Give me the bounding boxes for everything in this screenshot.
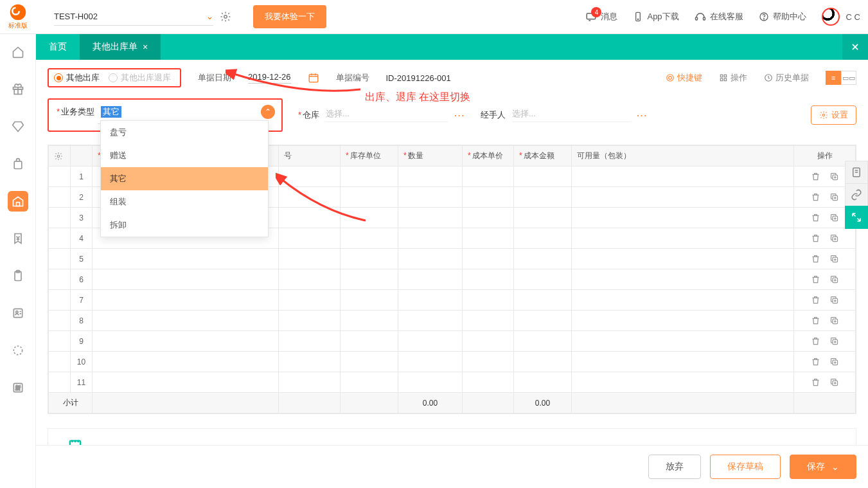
delete-icon[interactable] [811,357,820,366]
col-stock-unit: *库存单位 [341,146,398,167]
dropdown-item[interactable]: 盘亏 [101,121,268,144]
close-all-tabs[interactable] [842,34,868,60]
help-center-link[interactable]: 帮助中心 [759,11,806,23]
warehouse-filter[interactable]: *仓库 选择... ··· [298,108,465,122]
copy-icon[interactable] [829,172,839,181]
view-grid-icon[interactable]: ▭▭ [841,71,856,85]
table-gear-icon[interactable] [49,146,71,167]
annotation-arrow-1 [226,64,367,102]
radio-outbound[interactable]: 其他出库 [54,72,100,84]
dropdown-item[interactable]: 其它 [101,167,268,190]
shortcut-link[interactable]: 快捷键 [666,72,702,84]
rail-money-icon[interactable] [8,228,28,249]
delete-icon[interactable] [811,275,820,284]
save-draft-button[interactable]: 保存草稿 [710,455,781,479]
svg-rect-24 [724,75,727,77]
more-icon[interactable]: ··· [637,111,648,120]
view-list-icon[interactable]: ≡ [826,71,841,85]
copy-icon[interactable] [829,336,839,346]
subtotal-row: 小计 0.00 0.00 [49,393,856,413]
copy-icon[interactable] [829,316,839,325]
dropdown-item[interactable]: 赠送 [101,144,268,167]
messages-link[interactable]: 消息 4 [585,11,617,23]
rail-home-icon[interactable] [8,42,28,62]
delete-icon[interactable] [811,213,820,222]
delete-icon[interactable] [811,316,820,325]
edition-label: 标准版 [8,21,28,30]
column-settings-button[interactable]: 设置 [811,105,856,125]
messages-label: 消息 [601,11,617,23]
copy-icon[interactable] [829,295,839,305]
copy-icon[interactable] [829,357,839,366]
copy-icon[interactable] [829,377,839,387]
dropdown-item[interactable]: 拆卸 [101,213,268,237]
tab-home[interactable]: 首页 [36,34,80,60]
svg-rect-25 [720,78,723,81]
chevron-up-icon[interactable]: ⌃ [261,105,275,119]
delete-icon[interactable] [811,336,820,346]
table-row[interactable]: 6 [49,269,856,290]
tab-other-outbound[interactable]: 其他出库单 × [80,34,161,60]
subtotal-amount: 0.00 [514,393,572,413]
remark-section: 备注信息 [48,428,856,445]
col-cost-amount: *成本金额 [514,146,572,167]
radio-return[interactable]: 其他出库退库 [109,72,171,84]
more-icon[interactable]: ··· [454,111,465,120]
type-switch-box: 其他出库 其他出库退库 [48,68,181,87]
delete-icon[interactable] [811,192,820,202]
rail-gift-icon[interactable] [8,79,28,100]
svg-point-1 [224,15,227,19]
table-row[interactable]: 8 [49,311,856,331]
docno-value: ID-20191226-001 [386,73,451,83]
tab-bar: 首页 其他出库单 × [36,34,868,60]
delete-icon[interactable] [811,377,820,387]
svg-point-22 [669,77,672,80]
settings-icon[interactable] [220,11,235,23]
delete-icon[interactable] [811,172,820,181]
table-row[interactable]: 9 [49,331,856,352]
table-row[interactable]: 7 [49,290,856,311]
rail-sync-icon[interactable] [8,340,28,361]
discard-button[interactable]: 放弃 [648,455,701,479]
copy-icon[interactable] [829,254,839,264]
rail-contact-icon[interactable] [8,303,28,323]
rail-bag-icon[interactable] [8,154,28,174]
side-link-icon[interactable] [845,183,868,206]
copy-icon[interactable] [829,192,839,202]
business-type-dropdown: 盘亏 赠送 其它 组装 拆卸 [100,120,269,237]
table-row[interactable]: 11 [49,372,856,393]
copy-icon[interactable] [829,275,839,284]
try-button[interactable]: 我要体验一下 [253,5,326,28]
app-download-link[interactable]: App下载 [633,11,678,23]
org-select[interactable]: TEST-H002 ⌄ [54,8,213,26]
warehouse-select[interactable]: 选择... [326,108,448,122]
side-note-icon[interactable] [845,161,868,184]
save-button[interactable]: 保存⌄ [790,455,856,479]
table-row[interactable]: 5 [49,249,856,269]
handler-filter[interactable]: 经手人 选择... ··· [481,108,648,122]
rail-clipboard-icon[interactable] [8,266,28,286]
logo: 标准版 [0,3,36,30]
chevron-down-icon: ⌄ [206,12,213,21]
table-row[interactable]: 10 [49,352,856,372]
svg-point-8 [763,19,764,19]
delete-icon[interactable] [811,233,820,243]
operate-link[interactable]: 操作 [719,72,747,84]
online-service-link[interactable]: 在线客服 [695,11,743,23]
history-link[interactable]: 历史单据 [764,72,809,84]
rail-diamond-icon[interactable] [8,116,28,137]
svg-rect-23 [720,75,723,77]
user-name: C C [846,12,860,22]
side-expand-icon[interactable] [845,206,868,229]
avatar[interactable] [822,8,840,26]
copy-icon[interactable] [829,233,839,243]
handler-select[interactable]: 选择... [512,108,630,122]
remark-icon: 备注信息 [60,438,91,445]
dropdown-item[interactable]: 组装 [101,190,268,213]
rail-new-icon[interactable]: 新 [8,377,28,398]
copy-icon[interactable] [829,213,839,222]
close-icon[interactable]: × [143,42,148,52]
delete-icon[interactable] [811,295,820,305]
delete-icon[interactable] [811,254,820,264]
rail-warehouse-icon[interactable] [8,191,28,212]
